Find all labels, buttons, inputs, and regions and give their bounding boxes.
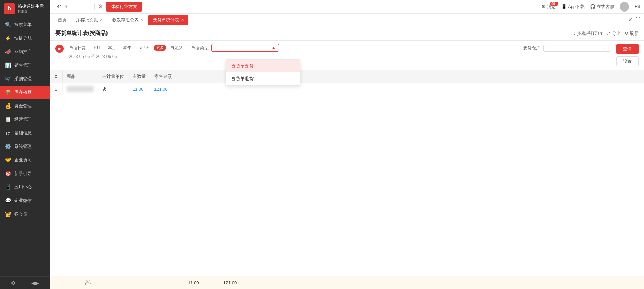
tab-receive-summary-close[interactable]: ✕ — [140, 18, 143, 22]
vip-icon: 👑 — [5, 211, 11, 218]
col-product: 商品 — [63, 70, 98, 83]
date-btn-this-year[interactable]: 本年 — [120, 44, 135, 52]
query-btn[interactable]: 查询 — [616, 44, 639, 54]
inventory-icon: 📦 — [5, 89, 11, 96]
guide-icon: 🎯 — [5, 170, 11, 177]
online-service-btn[interactable]: 🎧 在线客服 — [590, 4, 614, 10]
filter-expand-btn[interactable]: ▶ — [55, 45, 64, 53]
cell-quantity: 11.00 — [128, 83, 150, 95]
settings-gear-header[interactable]: ⚙ — [98, 3, 103, 10]
sidebar: b 畅捷通好生意 标准版 🔍 搜索菜单 ⚡ 快捷导航 📣 营销推广 📊 销售管理… — [0, 0, 50, 289]
sidebar-item-appstore[interactable]: 📱 应用中心 — [0, 180, 50, 194]
tab-close-all-btn[interactable]: ✕ — [628, 17, 633, 23]
sidebar-item-operations[interactable]: 📋 经营管理 — [0, 113, 50, 126]
col-settings[interactable]: ⚙ — [50, 70, 63, 83]
purchase-icon: 🛒 — [5, 75, 11, 82]
tab-receive-summary-label: 收发存汇总表 — [112, 17, 139, 23]
quantity-link[interactable]: 11.00 — [133, 87, 144, 92]
appstore-icon: 📱 — [5, 184, 11, 191]
filter-date-group: 单据日期 上月 本月 本年 近7天 更多 自定义 2023-05-06 至 20… — [69, 44, 186, 60]
sidebar-item-inventory[interactable]: 📦 库存核算 — [0, 86, 50, 99]
store-selector[interactable]: 41 ▼ — [54, 3, 95, 10]
amount-link[interactable]: 121.00 — [154, 87, 168, 92]
type-dropdown: 要货单要货 要货单退货 — [226, 59, 300, 86]
sidebar-item-label: 经营管理 — [14, 116, 32, 123]
date-btn-last-month[interactable]: 上月 — [89, 44, 103, 52]
basic-icon: 🗂 — [5, 130, 11, 136]
sidebar-item-marketing[interactable]: 📣 营销推广 — [0, 45, 50, 59]
sidebar-item-finance[interactable]: 💰 资金管理 — [0, 99, 50, 113]
data-table-container: ⚙ 商品 主计量单位 主数量 零售金额 1 某商品名称 — [50, 70, 644, 276]
operations-icon: 📋 — [5, 116, 11, 123]
sidebar-item-purchase[interactable]: 🛒 采购管理 — [0, 72, 50, 86]
col-quantity: 主数量 — [128, 70, 150, 83]
date-btn-custom[interactable]: 自定义 — [167, 44, 186, 52]
sidebar-logo: b 畅捷通好生意 标准版 — [0, 0, 50, 18]
sidebar-item-label: 营销推广 — [14, 49, 32, 55]
export-btn[interactable]: ↗ 导出 — [607, 30, 621, 37]
sidebar-item-wechat[interactable]: 💬 企业微信 — [0, 194, 50, 207]
tab-home[interactable]: 首页 — [53, 15, 71, 25]
warehouse-more-icon: ··· — [604, 45, 608, 50]
message-btn[interactable]: ✉ 消息 99+ — [542, 4, 556, 10]
user-avatar[interactable] — [620, 2, 629, 12]
filter-warehouse-group: 要货仓库 ··· — [523, 44, 611, 52]
shortcut-icon: ⚡ — [5, 35, 11, 42]
sidebar-item-search[interactable]: 🔍 搜索菜单 — [0, 18, 50, 31]
refresh-btn[interactable]: ↻ 刷新 — [625, 30, 639, 37]
message-badge: 99+ — [550, 2, 558, 6]
date-range-display: 2023-05-06 至 2023-06-06 — [69, 54, 186, 60]
sidebar-collapse-btn[interactable]: ◀▶ — [31, 280, 39, 286]
export-icon: ↗ — [607, 31, 611, 36]
marketing-icon: 📣 — [5, 48, 11, 55]
type-select-arrow: ▲ — [271, 45, 276, 50]
sidebar-item-cooperation[interactable]: 🤝 企业协同 — [0, 153, 50, 167]
sidebar-item-vip[interactable]: 👑 畅会员 — [0, 207, 50, 221]
logo-text-block: 畅捷通好生意 标准版 — [18, 4, 44, 14]
date-btn-this-month[interactable]: 本月 — [105, 44, 119, 52]
sidebar-item-sales[interactable]: 📊 销售管理 — [0, 59, 50, 72]
tab-inventory-batch[interactable]: 库存批次账 ✕ — [72, 15, 107, 25]
warehouse-select[interactable]: ··· — [543, 44, 611, 52]
sidebar-item-label: 基础信息 — [14, 130, 32, 136]
dropdown-item-order-goods[interactable]: 要货单要货 — [226, 60, 300, 72]
tab-inventory-batch-close[interactable]: ✕ — [100, 18, 103, 22]
print-template-btn[interactable]: 🖨 按模板打印 ▾ — [571, 30, 603, 37]
company-name: 畅捷通好生意 — [18, 4, 44, 9]
date-btn-7days[interactable]: 近7天 — [136, 44, 152, 52]
filter-bar: ▶ 单据日期 上月 本月 本年 近7天 更多 自定义 2023-05-06 至 … — [50, 41, 644, 70]
sidebar-settings-btn[interactable]: ⚙ — [11, 280, 16, 286]
tab-order-stats-close[interactable]: ✕ — [181, 18, 184, 22]
app-download-btn[interactable]: 📱 App下载 — [561, 4, 585, 10]
app-logo-icon: b — [4, 3, 15, 14]
trial-btn[interactable]: 体验行业方案 — [106, 2, 142, 12]
sidebar-item-label: 企业协同 — [14, 157, 32, 163]
tab-order-stats[interactable]: 要货单统计表 ✕ — [148, 15, 188, 25]
table-settings-gear[interactable]: ⚙ — [54, 74, 58, 79]
sidebar-item-shortcut[interactable]: ⚡ 快捷导航 — [0, 31, 50, 45]
sidebar-item-label: 资金管理 — [14, 103, 32, 109]
settings-btn[interactable]: 设置 — [616, 56, 639, 66]
header-right: ✉ 消息 99+ 📱 App下载 🎧 在线客服 Rit — [542, 2, 640, 12]
search-icon: 🔍 — [5, 21, 11, 28]
dropdown-item-order-return[interactable]: 要货单退货 — [226, 72, 300, 85]
print-chevron-icon: ▾ — [600, 31, 603, 36]
date-btn-more[interactable]: 更多 — [154, 45, 166, 51]
type-filter-label: 单据类型 — [191, 45, 209, 51]
sidebar-item-label: 畅会员 — [14, 211, 27, 217]
sidebar-item-guide[interactable]: 🎯 新手引导 — [0, 167, 50, 180]
filter-date-row: 单据日期 上月 本月 本年 近7天 更多 自定义 — [69, 44, 186, 52]
username-text: Rit — [635, 4, 640, 9]
headset-icon: 🎧 — [590, 4, 595, 9]
main-content: 41 ▼ ⚙ 体验行业方案 ✉ 消息 99+ 📱 App下载 🎧 在线客服 Ri… — [50, 0, 644, 289]
tab-expand-btn[interactable]: ⛶ — [635, 17, 641, 23]
print-icon: 🖨 — [571, 31, 576, 36]
sidebar-item-label: 库存核算 — [14, 89, 32, 95]
sidebar-item-system[interactable]: ⚙️ 系统管理 — [0, 140, 50, 153]
type-select[interactable]: ▲ — [211, 44, 279, 52]
content-area: 要货单统计表(按商品) 🖨 按模板打印 ▾ ↗ 导出 ↻ 刷新 ▶ — [50, 26, 644, 289]
cooperation-icon: 🤝 — [5, 157, 11, 163]
sidebar-item-basic[interactable]: 🗂 基础信息 — [0, 126, 50, 140]
date-filter-label: 单据日期 — [69, 45, 87, 51]
tab-receive-summary[interactable]: 收发存汇总表 ✕ — [108, 15, 148, 25]
